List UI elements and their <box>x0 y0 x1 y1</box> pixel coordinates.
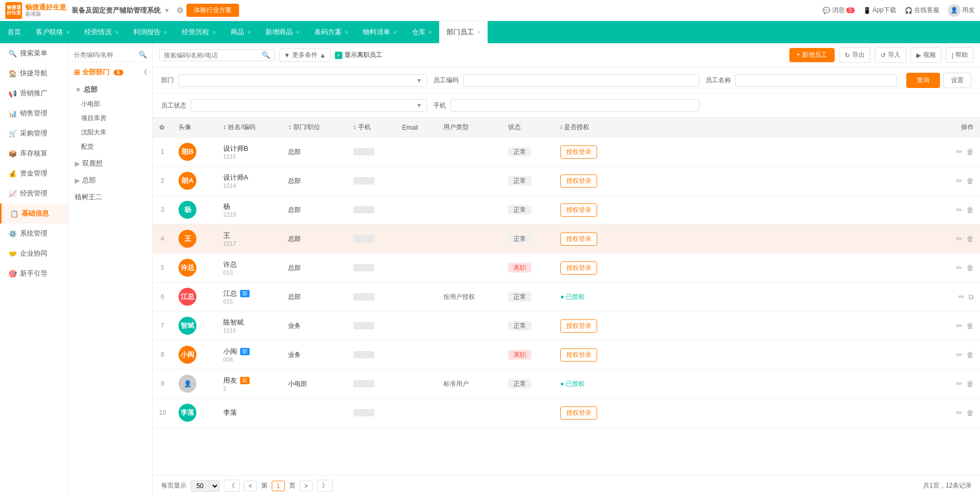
col-phone[interactable]: ↕ 手机 <box>347 118 396 138</box>
gear-icon[interactable]: ⚙ <box>176 6 183 15</box>
dept-child-peihuo[interactable]: 配货 <box>68 140 152 154</box>
next-page-btn[interactable]: > <box>300 481 313 491</box>
app-download-btn[interactable]: 📱 App下载 <box>863 6 896 15</box>
first-page-btn[interactable]: 《 <box>224 480 240 492</box>
emp-status-select[interactable]: ▼ <box>191 99 427 112</box>
sidebar-item-search[interactable]: 🔍 搜索菜单 <box>0 43 68 63</box>
nav-goods[interactable]: 商品 × <box>223 21 258 43</box>
edit-btn-8[interactable]: ✏ <box>956 351 963 359</box>
sidebar-item-purchase[interactable]: 🛒 采购管理 <box>0 123 68 143</box>
auth-btn-4[interactable]: 授权登录 <box>560 232 597 246</box>
sidebar-item-guide[interactable]: 🎯 新手引导 <box>0 264 68 284</box>
delete-btn-5[interactable]: 🗑 <box>966 264 974 272</box>
add-employee-btn[interactable]: + 新增员工 <box>789 48 835 62</box>
search-btn-icon[interactable]: 🔍 <box>262 51 270 59</box>
dept-collapse-btn[interactable]: 《 <box>141 68 147 77</box>
edit-btn-1[interactable]: ✏ <box>956 148 963 156</box>
sidebar-item-quicknav[interactable]: 🏠 快捷导航 <box>0 63 68 83</box>
edit-btn-3[interactable]: ✏ <box>956 206 963 214</box>
dept-search-icon[interactable]: 🔍 <box>138 51 147 59</box>
nav-goods-close[interactable]: × <box>248 29 251 35</box>
edit-btn-7[interactable]: ✏ <box>956 322 963 330</box>
dept-group-main-label[interactable]: ▼ 总部 <box>68 82 152 97</box>
auth-btn-1[interactable]: 授权登录 <box>560 145 597 159</box>
sidebar-item-operation[interactable]: 📈 经营管理 <box>0 183 68 203</box>
copy-btn-6[interactable]: ⧉ <box>968 293 974 302</box>
edit-btn-2[interactable]: ✏ <box>956 177 963 185</box>
import-btn[interactable]: ↺ 导入 <box>875 47 906 63</box>
dept-group-zongbu-label[interactable]: ▶ 总部 <box>68 173 152 188</box>
col-settings[interactable]: ⚙ <box>153 118 172 138</box>
dept-child-shenyang[interactable]: 沈阳大库 <box>68 125 152 140</box>
sidebar-item-basic[interactable]: 📋 基础信息 <box>0 203 68 223</box>
nav-home[interactable]: 首页 <box>0 21 28 43</box>
nav-barcode[interactable]: 条码方案 × <box>307 21 355 43</box>
delete-btn-8[interactable]: 🗑 <box>966 351 974 359</box>
trial-btn[interactable]: 体验行业方案 <box>186 4 239 17</box>
auth-btn-10[interactable]: 授权登录 <box>560 406 597 420</box>
delete-btn-7[interactable]: 🗑 <box>966 322 974 330</box>
show-resigned-toggle[interactable]: ✓ 显示离职员工 <box>335 51 382 60</box>
auth-btn-5[interactable]: 授权登录 <box>560 261 597 275</box>
help-btn[interactable]: | 帮助 <box>946 47 974 63</box>
nav-new-goods[interactable]: 新增商品 × <box>258 21 306 43</box>
nav-history-close[interactable]: × <box>212 29 215 35</box>
dept-all[interactable]: ⊞ 全部部门 6 《 <box>68 64 152 80</box>
delete-btn-3[interactable]: 🗑 <box>966 206 974 214</box>
prev-page-btn[interactable]: < <box>244 481 257 491</box>
nav-bom[interactable]: 物料清单 × <box>355 21 404 43</box>
col-dept[interactable]: ↕ 部门/职位 <box>282 118 347 138</box>
dept-child-xiangmu[interactable]: 项目库房 <box>68 111 152 125</box>
more-filter-btn[interactable]: ▼ 更多条件 ▲ <box>279 48 331 62</box>
dept-search-input[interactable] <box>74 51 138 59</box>
user-area[interactable]: 👤 用友 <box>948 4 975 17</box>
resigned-checkbox[interactable]: ✓ <box>335 52 342 59</box>
nav-warehouse[interactable]: 仓库 × <box>404 21 439 43</box>
dept-filter-select[interactable]: ▼ <box>178 74 427 87</box>
edit-btn-6[interactable]: ✏ <box>958 293 965 301</box>
reset-btn[interactable]: 设置 <box>943 73 972 88</box>
edit-btn-5[interactable]: ✏ <box>956 264 963 272</box>
emp-code-input[interactable] <box>463 74 699 87</box>
delete-btn-9[interactable]: 🗑 <box>966 380 974 388</box>
edit-btn-10[interactable]: ✏ <box>956 409 963 417</box>
nav-barcode-close[interactable]: × <box>345 29 348 35</box>
sidebar-item-collab[interactable]: 🤝 企业协同 <box>0 244 68 264</box>
view-btn[interactable]: ▶ 视频 <box>910 47 942 63</box>
auth-btn-3[interactable]: 授权登录 <box>560 203 597 217</box>
nav-profit-close[interactable]: × <box>164 29 167 35</box>
delete-btn-2[interactable]: 🗑 <box>966 177 974 185</box>
sidebar-item-system[interactable]: ⚙️ 系统管理 <box>0 223 68 244</box>
phone-input[interactable] <box>450 99 699 112</box>
sidebar-item-inventory[interactable]: 📦 库存核算 <box>0 143 68 163</box>
nav-business-close[interactable]: × <box>115 29 118 35</box>
nav-profit[interactable]: 利润报告 × <box>126 21 174 43</box>
last-page-btn[interactable]: 》 <box>317 480 333 492</box>
col-settings-icon[interactable]: ⚙ <box>159 124 165 131</box>
export-btn[interactable]: ↻ 导出 <box>839 47 870 63</box>
sidebar-item-finance[interactable]: 💰 资金管理 <box>0 163 68 183</box>
dept-group-shuanglu-label[interactable]: ▶ 双鹿想 <box>68 156 152 171</box>
nav-warehouse-close[interactable]: × <box>429 29 432 35</box>
dropdown-icon[interactable]: ▼ <box>164 7 170 14</box>
online-service-btn[interactable]: 🎧 在线客服 <box>905 6 939 15</box>
nav-history[interactable]: 经营历程 × <box>174 21 223 43</box>
edit-btn-4[interactable]: ✏ <box>956 235 963 243</box>
delete-btn-10[interactable]: 🗑 <box>966 409 974 417</box>
nav-customer-close[interactable]: × <box>66 29 70 35</box>
emp-name-input[interactable] <box>735 74 897 87</box>
nav-business[interactable]: 经营情况 × <box>77 21 125 43</box>
page-size-select[interactable]: 50 100 200 <box>191 480 220 492</box>
sidebar-item-marketing[interactable]: 📢 营销推广 <box>0 83 68 103</box>
nav-dept-close[interactable]: × <box>477 29 480 35</box>
search-input[interactable] <box>164 52 259 59</box>
delete-btn-4[interactable]: 🗑 <box>966 235 974 243</box>
nav-bom-close[interactable]: × <box>393 29 397 35</box>
auth-btn-7[interactable]: 授权登录 <box>560 319 597 333</box>
query-btn[interactable]: 查询 <box>906 73 940 88</box>
message-btn[interactable]: 💬 消息 5 <box>823 6 855 15</box>
auth-btn-2[interactable]: 授权登录 <box>560 174 597 188</box>
nav-new-goods-close[interactable]: × <box>296 29 299 35</box>
edit-btn-9[interactable]: ✏ <box>956 380 963 388</box>
auth-btn-8[interactable]: 授权登录 <box>560 348 597 362</box>
